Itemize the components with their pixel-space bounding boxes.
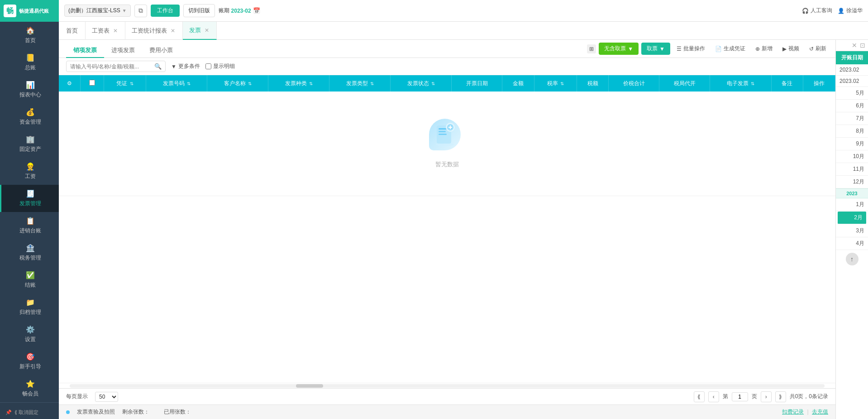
tab-close-invoice[interactable]: ✕ <box>204 26 210 34</box>
copy-button[interactable]: ⧉ <box>134 5 147 17</box>
content-area: 销项发票 进项发票 费用小票 ⊞ 无含取票 <box>59 40 868 419</box>
date-month-10[interactable]: 10月 <box>836 150 868 163</box>
subtab-sales-invoice[interactable]: 销项发票 <box>66 43 104 58</box>
col-open-date-label: 开票日期 <box>466 80 488 87</box>
refresh-label: 刷新 <box>816 45 826 53</box>
date-entry-1[interactable]: 2023.02 <box>836 76 868 87</box>
panel-close-icon[interactable]: ✕ <box>852 42 857 49</box>
toolbar-right-area: ⊞ 无含取票 ▼ 取票 ▼ ☰ 批量操作 <box>582 41 835 57</box>
go-buy-link[interactable]: 去充值 <box>812 409 828 415</box>
sidebar-item-archive[interactable]: 📁 归档管理 <box>0 294 59 321</box>
grid-settings-icon[interactable]: ⊞ <box>587 44 596 53</box>
user-name: 徐溢华 <box>846 7 863 14</box>
last-page-button[interactable]: ⟫ <box>775 391 786 402</box>
date-month-7[interactable]: 7月 <box>836 112 868 125</box>
refresh-button[interactable]: ↺ 刷新 <box>806 43 830 55</box>
content-body: 销项发票 进项发票 费用小票 ⊞ 无含取票 <box>59 40 868 419</box>
main-content: 销项发票 进项发票 费用小票 ⊞ 无含取票 <box>59 40 835 419</box>
sidebar-item-report[interactable]: 📊 报表中心 <box>0 76 59 103</box>
panel-maximize-icon[interactable]: ⊡ <box>860 42 865 49</box>
pagination-bar: 每页显示 50 20 100 ⟪ ‹ 第 页 › ⟫ 共0页，0条记 <box>59 388 835 405</box>
tab-salary-stat-label: 工资统计报表 <box>132 27 167 35</box>
topbar-right: 🎧 人工客询 👤 徐溢华 <box>802 7 863 14</box>
sidebar-item-capital[interactable]: 💰 资金管理 <box>0 103 59 130</box>
support-button[interactable]: 🎧 人工客询 <box>802 7 832 14</box>
total-label: 共0页，0条记录 <box>790 393 828 400</box>
month-label-12: 12月 <box>853 178 864 185</box>
scrollbar-thumb[interactable] <box>296 384 323 388</box>
add-account-link[interactable]: 扣费记录 <box>782 409 804 415</box>
sidebar-item-assets[interactable]: 🏢 固定资产 <box>0 130 59 158</box>
date-month-4[interactable]: 4月 <box>836 237 868 250</box>
video-button[interactable]: ▶ 视频 <box>779 43 803 55</box>
col-invoice-cat: 发票类型 ⇅ <box>329 75 391 92</box>
batch-op-button[interactable]: ☰ 批量操作 <box>673 43 709 55</box>
search-input[interactable] <box>70 63 152 70</box>
show-detail-checkbox[interactable]: 显示明细 <box>205 63 235 70</box>
subtab-expense-receipt[interactable]: 费用小票 <box>142 43 180 58</box>
per-page-select[interactable]: 50 20 100 <box>95 392 118 402</box>
date-entry-0[interactable]: 2023.02 <box>836 64 868 76</box>
guide-icon: 🎯 <box>26 352 35 361</box>
panel-header: ✕ ⊡ <box>836 40 868 51</box>
tab-salary-table[interactable]: 工资表 ✕ <box>86 22 125 40</box>
tab-salary-stat[interactable]: 工资统计报表 ✕ <box>125 22 183 40</box>
col-checkbox[interactable] <box>80 75 104 92</box>
date-month-8[interactable]: 8月 <box>836 125 868 138</box>
get-invoice-button[interactable]: 取票 ▼ <box>641 43 670 55</box>
tab-close-salary-stat[interactable]: ✕ <box>170 27 176 35</box>
sidebar-item-home[interactable]: 🏠 首页 <box>0 22 59 49</box>
get-invoice-label: 取票 <box>647 45 658 53</box>
page-input[interactable] <box>732 392 748 401</box>
prev-page-button[interactable]: ‹ <box>708 391 719 402</box>
subtab-purchase-invoice[interactable]: 进项发票 <box>104 43 142 58</box>
col-invoice-status: 发票状态 ⇅ <box>391 75 452 92</box>
more-conditions-button[interactable]: ▼ 更多条件 <box>171 63 200 70</box>
workspace-button[interactable]: 工作台 <box>151 5 180 17</box>
col-amount-label: 金额 <box>513 80 524 87</box>
date-month-1[interactable]: 1月 <box>836 198 868 211</box>
date-month-9[interactable]: 9月 <box>836 138 868 150</box>
date-month-12[interactable]: 12月 <box>836 176 868 188</box>
scroll-up-btn[interactable]: ↑ <box>846 253 858 265</box>
sidebar-item-tax[interactable]: 🏦 税务管理 <box>0 239 59 266</box>
sidebar-item-sales[interactable]: 📋 进销台账 <box>0 212 59 239</box>
generate-voucher-button[interactable]: 📄 生成凭证 <box>711 43 749 55</box>
tab-invoice[interactable]: 发票 ✕ <box>183 22 217 40</box>
user-profile[interactable]: 👤 徐溢华 <box>838 7 863 14</box>
check-label: 发票查验及拍照 <box>77 408 115 416</box>
home-icon: 🏠 <box>26 26 35 35</box>
show-detail-input[interactable] <box>205 63 211 69</box>
open-period-btn-panel[interactable]: 开账日期 <box>836 51 868 64</box>
sidebar-item-member[interactable]: ⭐ 畅会员 <box>0 375 59 402</box>
col-amount: 金额 <box>502 75 534 92</box>
col-remark-label: 备注 <box>782 80 792 87</box>
sidebar-item-guide[interactable]: 🎯 新手引导 <box>0 348 59 375</box>
sidebar-item-ledger[interactable]: 📒 总账 <box>0 49 59 76</box>
date-month-2-active[interactable]: 2月 <box>838 212 866 224</box>
unpin-button[interactable]: 📌 ⟪ 取消固定 <box>4 406 55 419</box>
col-customer: 客户名称 ⇅ <box>207 75 268 92</box>
tab-home[interactable]: 首页 <box>59 22 86 40</box>
horizontal-scrollbar[interactable] <box>70 384 825 388</box>
month-label-5: 5月 <box>856 90 864 96</box>
col-settings[interactable]: ⚙ <box>59 75 80 92</box>
date-month-11[interactable]: 11月 <box>836 163 868 176</box>
date-month-5[interactable]: 5月 <box>836 87 868 100</box>
tab-close-salary-table[interactable]: ✕ <box>112 27 119 35</box>
first-page-button[interactable]: ⟪ <box>694 391 705 402</box>
next-page-button[interactable]: › <box>761 391 772 402</box>
date-month-6[interactable]: 6月 <box>836 100 868 112</box>
sidebar-item-settle[interactable]: ✅ 结账 <box>0 266 59 294</box>
sidebar-item-settings[interactable]: ⚙️ 设置 <box>0 321 59 348</box>
date-month-3[interactable]: 3月 <box>836 225 868 237</box>
select-all-checkbox[interactable] <box>89 80 95 86</box>
new-button[interactable]: ⊕ 新增 <box>752 43 776 55</box>
col-tax-rate-label: 税率 <box>547 80 558 87</box>
no-invoice-button[interactable]: 无含取票 ▼ <box>599 43 639 55</box>
company-selector[interactable]: (勿删）江西服宝-LSS ▼ <box>64 5 131 17</box>
page-prefix: 第 <box>723 393 728 400</box>
old-version-button[interactable]: 切到旧版 <box>183 4 215 17</box>
sidebar-item-invoice[interactable]: 🧾 发票管理 <box>0 185 59 212</box>
sidebar-item-salary[interactable]: 👷 工资 <box>0 158 59 185</box>
